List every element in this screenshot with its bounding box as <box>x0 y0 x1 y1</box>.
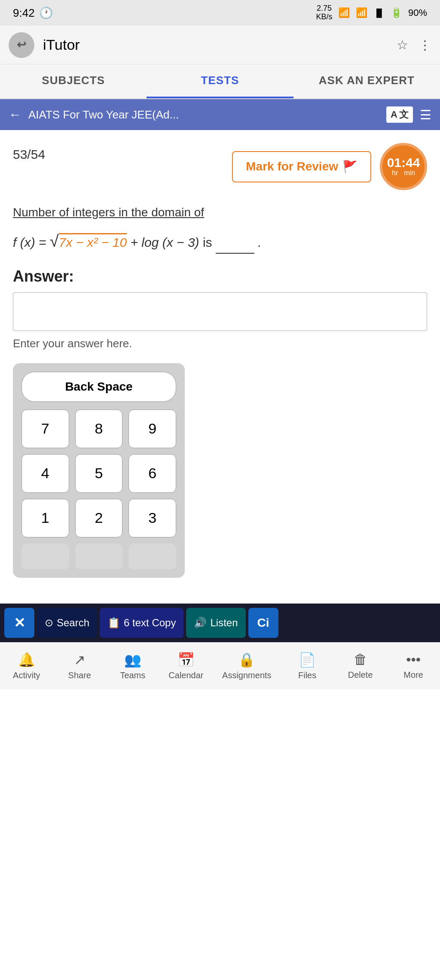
close-button[interactable]: ✕ <box>4 608 34 638</box>
tab-ask-expert[interactable]: ASK AN EXPERT <box>293 64 440 98</box>
nav-more-label: More <box>403 670 423 680</box>
nav-more[interactable]: ••• More <box>396 652 431 680</box>
keypad-bottom-row <box>21 543 176 569</box>
status-time: 9:42 <box>13 6 35 20</box>
key-7[interactable]: 7 <box>21 410 69 448</box>
battery-icon: 🔋 <box>391 7 402 18</box>
listen-label: Listen <box>210 617 238 629</box>
search-label: Search <box>57 617 89 629</box>
timer: 01:44 hr min <box>380 143 427 190</box>
more-dots-icon: ••• <box>406 652 421 667</box>
bottom-toolbar: ✕ ⊙ Search 📋 6 text Copy 🔊 Listen Ci <box>0 604 440 642</box>
calendar-icon: 📅 <box>177 652 195 668</box>
key-partial-3 <box>128 543 176 569</box>
back-avatar[interactable]: ↩ <box>9 32 34 58</box>
keypad-grid: 7 8 9 4 5 6 1 2 3 <box>21 410 176 537</box>
mark-review-label: Mark for Review <box>246 160 338 173</box>
more-icon[interactable]: ⋮ <box>419 37 431 52</box>
delete-icon: 🗑 <box>354 652 367 667</box>
timer-value: 01:44 <box>387 156 420 169</box>
listen-button[interactable]: 🔊 Listen <box>186 608 245 638</box>
answer-section: Answer: Enter your answer here. <box>13 267 427 350</box>
ci-label: Ci <box>257 616 269 630</box>
tab-subjects[interactable]: SUBJECTS <box>0 64 147 98</box>
key-8[interactable]: 8 <box>75 410 123 448</box>
listen-icon: 🔊 <box>194 617 207 629</box>
breadcrumb-bar: ← AIATS For Two Year JEE(Ad... A 文 ☰ <box>0 99 440 130</box>
sqrt-symbol: √ <box>50 232 59 250</box>
key-5[interactable]: 5 <box>75 454 123 493</box>
question-header: 53/54 Mark for Review 🚩 01:44 hr min <box>13 143 427 190</box>
status-left: 9:42 🕐 <box>13 6 53 20</box>
key-4[interactable]: 4 <box>21 454 69 493</box>
key-partial-1 <box>21 543 69 569</box>
bottom-nav: 🔔 Activity ↗ Share 👥 Teams 📅 Calendar 🔒 … <box>0 642 440 689</box>
signal-icon2: ▐▌ <box>373 9 385 18</box>
question-number: 53/54 <box>13 147 45 162</box>
key-6[interactable]: 6 <box>128 454 176 493</box>
share-icon: ↗ <box>74 652 86 668</box>
close-icon: ✕ <box>14 615 25 631</box>
question-math: f (x) = √7x − x² − 10 + log (x − 3) is . <box>13 228 427 255</box>
keypad: Back Space 7 8 9 4 5 6 1 2 3 <box>13 363 185 578</box>
nav-teams[interactable]: 👥 Teams <box>116 652 150 680</box>
timer-hr-label: hr <box>392 169 398 177</box>
blank-line <box>216 232 254 254</box>
key-partial-2 <box>75 543 123 569</box>
nav-share-label: Share <box>68 671 91 680</box>
nav-teams-label: Teams <box>120 671 145 680</box>
nav-share[interactable]: ↗ Share <box>62 652 97 680</box>
plus-log: + log (x − 3) <box>130 235 199 249</box>
answer-label: Answer: <box>13 267 427 285</box>
sqrt-content: 7x − x² − 10 <box>59 233 127 249</box>
nav-delete-label: Delete <box>348 670 373 680</box>
answer-input[interactable] <box>13 292 427 331</box>
timer-min-label: min <box>404 169 415 177</box>
hamburger-icon[interactable]: ☰ <box>420 107 431 122</box>
enter-hint: Enter your answer here. <box>13 337 427 350</box>
activity-icon: 🔔 <box>18 652 35 668</box>
breadcrumb-title: AIATS For Two Year JEE(Ad... <box>28 108 379 121</box>
star-icon[interactable]: ☆ <box>397 37 408 52</box>
backspace-button[interactable]: Back Space <box>21 372 176 402</box>
tab-tests[interactable]: TESTS <box>147 64 293 98</box>
nav-delete[interactable]: 🗑 Delete <box>343 652 378 680</box>
backspace-label: Back Space <box>65 380 132 393</box>
nav-calendar-label: Calendar <box>168 671 203 680</box>
nav-calendar[interactable]: 📅 Calendar <box>168 652 203 680</box>
question-text: Number of integers in the domain of f (x… <box>13 203 427 255</box>
key-3[interactable]: 3 <box>128 499 176 537</box>
func-start: f (x) = <box>13 235 50 249</box>
app-title: iTutor <box>43 36 388 53</box>
nav-files-label: Files <box>298 671 316 680</box>
battery-percent: 90% <box>408 7 427 18</box>
nav-activity[interactable]: 🔔 Activity <box>9 652 44 680</box>
nav-files[interactable]: 📄 Files <box>290 652 324 680</box>
period: . <box>258 235 261 249</box>
search-button[interactable]: ⊙ Search <box>37 608 97 638</box>
is-label: is <box>203 235 216 249</box>
key-2[interactable]: 2 <box>75 499 123 537</box>
kbs-indicator: 2.75KB/s <box>316 4 332 21</box>
lang-badge[interactable]: A 文 <box>386 106 413 123</box>
files-icon: 📄 <box>299 652 316 668</box>
wifi-icon: 📶 <box>338 7 350 18</box>
breadcrumb-back-arrow[interactable]: ← <box>9 107 21 122</box>
signal-icon1: 📶 <box>356 7 367 18</box>
lang-a: A <box>391 109 397 120</box>
key-1[interactable]: 1 <box>21 499 69 537</box>
lang-ja: 文 <box>399 108 409 121</box>
copy-text-button[interactable]: 📋 6 text Copy <box>100 608 183 638</box>
nav-activity-label: Activity <box>13 671 40 680</box>
nav-assignments[interactable]: 🔒 Assignments <box>222 652 272 680</box>
ci-button[interactable]: Ci <box>248 608 278 638</box>
key-9[interactable]: 9 <box>128 410 176 448</box>
copy-label: 6 text Copy <box>124 617 176 629</box>
clock-icon: 🕐 <box>39 6 53 20</box>
main-content: 53/54 Mark for Review 🚩 01:44 hr min Num… <box>0 130 440 578</box>
flag-icon: 🚩 <box>342 160 358 174</box>
assignments-icon: 🔒 <box>238 652 255 668</box>
mark-review-button[interactable]: Mark for Review 🚩 <box>232 151 371 182</box>
timer-labels: hr min <box>392 169 415 177</box>
copy-icon: 📋 <box>107 617 120 629</box>
